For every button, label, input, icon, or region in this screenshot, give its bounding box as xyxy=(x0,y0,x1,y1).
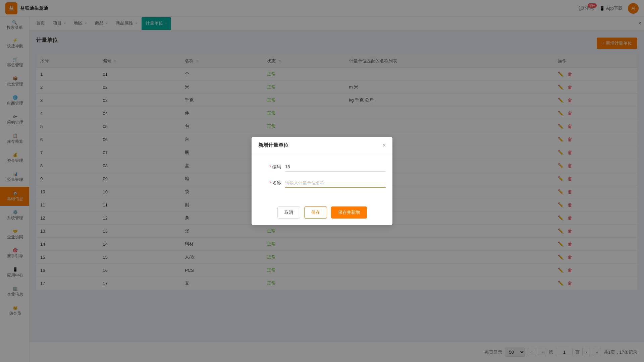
modal-overlay: 新增计量单位 × *编码 *名称 取消 保存 xyxy=(0,0,644,362)
modal-body: *编码 *名称 xyxy=(252,154,392,202)
modal-header: 新增计量单位 × xyxy=(252,137,392,154)
save-add-button[interactable]: 保存并新增 xyxy=(331,206,367,219)
app-wrapper: 益 益联通生意通 💬 消息 99+ 📱 App下载 Ai 🔍 搜索菜单 xyxy=(0,0,644,362)
required-star-name: * xyxy=(269,180,271,185)
required-star: * xyxy=(269,164,271,169)
form-code-label: *编码 xyxy=(258,164,285,170)
form-name-label: *名称 xyxy=(258,180,285,186)
form-row-code: *编码 xyxy=(258,162,386,172)
modal-close-btn[interactable]: × xyxy=(383,142,386,148)
form-row-name: *名称 xyxy=(258,178,386,188)
add-unit-modal: 新增计量单位 × *编码 *名称 取消 保存 xyxy=(252,137,392,225)
code-input[interactable] xyxy=(285,162,386,172)
modal-title: 新增计量单位 xyxy=(258,142,288,148)
save-button[interactable]: 保存 xyxy=(304,206,327,219)
name-input[interactable] xyxy=(285,178,386,188)
modal-footer: 取消 保存 保存并新增 xyxy=(252,202,392,225)
cancel-button[interactable]: 取消 xyxy=(277,206,300,219)
